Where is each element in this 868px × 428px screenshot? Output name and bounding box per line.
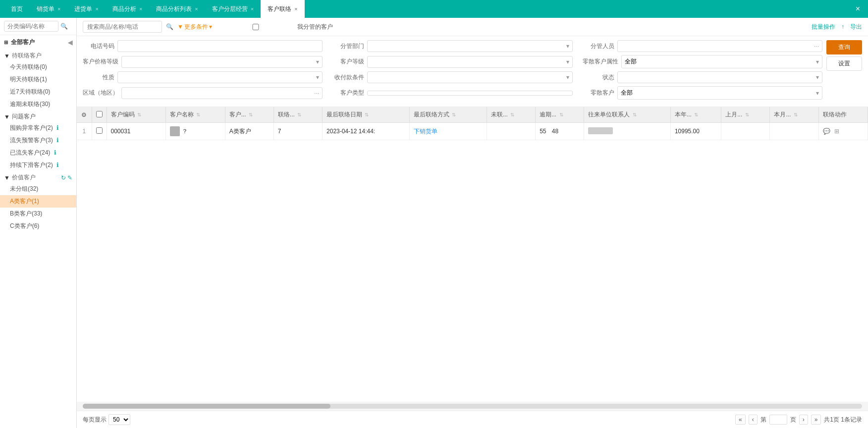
filter-select-payment[interactable]: ▾ (367, 71, 572, 83)
row-action-icons: 💬 ⊞ (823, 128, 864, 135)
col-contact: 联络... ⇅ (273, 107, 322, 123)
prev-page-btn[interactable]: ‹ (749, 415, 758, 425)
search-input[interactable] (83, 21, 162, 33)
last-method-link[interactable]: 下销货单 (414, 128, 437, 135)
query-button[interactable]: 查询 (826, 40, 862, 54)
sort-contact-icon[interactable]: ⇅ (297, 112, 301, 117)
sort-thisyear-icon[interactable]: ⇅ (694, 112, 698, 117)
close-tab-3-icon[interactable]: × (195, 6, 198, 12)
sidebar-item-7days[interactable]: 近7天待联络(0) (0, 86, 76, 98)
filter-field-person: 分管人员 ··· (583, 40, 822, 52)
sidebar-item-classB[interactable]: B类客户(33) (0, 208, 76, 220)
chat-icon[interactable]: 💬 (823, 128, 830, 135)
filter-input-phone[interactable] (117, 40, 323, 52)
horizontal-scrollbar[interactable] (83, 404, 862, 409)
close-tab-0-icon[interactable]: × (57, 6, 60, 12)
filter-select-sparseprop[interactable]: 全部 ▾ (621, 55, 822, 68)
col-checkbox (92, 107, 107, 123)
sidebar-item-lostwarning[interactable]: 流失预警客户(3) ℹ (0, 134, 76, 147)
sort-code-icon[interactable]: ⇅ (137, 112, 141, 117)
sidebar-value-label: ▼ 价值客户 ↻ ✎ (0, 171, 76, 183)
nav-tab-1[interactable]: 进货单 × (67, 0, 105, 18)
filter-select-customertype[interactable] (367, 91, 572, 96)
contacts-bar (588, 127, 613, 134)
nav-tab-4[interactable]: 客户分层经营 × (205, 0, 261, 18)
filter-select-dept[interactable]: ▾ (367, 40, 572, 52)
close-tab-2-icon[interactable]: × (139, 6, 142, 12)
export-btn[interactable]: 导出 (850, 23, 862, 31)
row-contactcount: 7 (273, 123, 322, 140)
filter-select-pricelevel[interactable]: ▾ (121, 56, 323, 68)
sort-overdue-icon[interactable]: ⇅ (559, 112, 563, 117)
sidebar-item-ungroup[interactable]: 未分组(32) (0, 183, 76, 195)
value-action-icons[interactable]: ↻ ✎ (61, 174, 72, 181)
col-thismonth: 本月... ⇅ (770, 107, 818, 123)
row-actions-cell: 💬 ⊞ (818, 123, 868, 140)
sort-lastmethod-icon[interactable]: ⇅ (452, 112, 456, 117)
close-tab-1-icon[interactable]: × (95, 6, 98, 12)
sidebar-item-hoarding[interactable]: 囤购异常客户(2) ℹ (0, 122, 76, 134)
sidebar-item-overdue[interactable]: 逾期未联络(30) (0, 98, 76, 110)
filter-select-customerlevel[interactable]: ▾ (367, 56, 572, 68)
my-customers-checkbox-label[interactable]: 我分管的客户 (216, 23, 333, 31)
sidebar-item-tomorrow[interactable]: 明天待联络(1) (0, 73, 76, 86)
nav-tab-5[interactable]: 客户联络 × (261, 0, 304, 18)
row-lastdate: 2023-04-12 14:44: (323, 123, 410, 140)
scrollbar-thumb[interactable] (83, 404, 330, 409)
chevron-nature-icon: ▾ (316, 74, 319, 81)
batch-op-btn[interactable]: 批量操作 (812, 23, 835, 31)
my-customers-checkbox[interactable] (216, 24, 295, 30)
sort-lastdate-icon[interactable]: ⇅ (365, 112, 369, 117)
sidebar-item-declining[interactable]: 持续下滑客户(2) ℹ (0, 159, 76, 171)
filter-select-status[interactable]: ▾ (617, 71, 822, 83)
sort-uncontacted-icon[interactable]: ⇅ (510, 112, 514, 117)
sidebar-item-today[interactable]: 今天待联络(0) (0, 61, 76, 73)
filter-select-person[interactable]: ··· (617, 40, 822, 52)
sidebar-search-area: 🔍 (0, 18, 76, 35)
sidebar-item-classA[interactable]: A类客户(1) (0, 195, 76, 208)
filter-label-sparse: 零散客户 (583, 89, 617, 97)
nav-tab-0[interactable]: 销货单 × (30, 0, 67, 18)
filter-field-phone: 电话号码 (83, 40, 323, 52)
info-icon-3: ℹ (56, 161, 59, 168)
close-tab-5-icon[interactable]: × (294, 6, 297, 12)
row-checkbox[interactable] (96, 127, 103, 134)
sort-lastmonth-icon[interactable]: ⇅ (745, 112, 749, 117)
more-conditions-btn[interactable]: ▼ 更多条件 ▾ (177, 23, 212, 31)
filter-field-customertype: 客户类型 (332, 89, 572, 97)
nav-tab-3[interactable]: 商品分析列表 × (149, 0, 205, 18)
qr-icon[interactable]: ⊞ (834, 128, 839, 135)
filter-field-sparseprop: 零散客户属性 全部 ▾ (583, 55, 822, 68)
perpage-select[interactable]: 50 (108, 414, 130, 425)
sidebar-search-icon[interactable]: 🔍 (60, 23, 68, 30)
page-number-input[interactable]: 1 (769, 415, 787, 425)
chevron-status-icon: ▾ (816, 74, 819, 81)
sidebar-all-customers[interactable]: ⊞ 全部客户 ◀ (0, 35, 76, 50)
first-page-btn[interactable]: « (735, 415, 746, 425)
sort-name-icon[interactable]: ⇅ (196, 112, 200, 117)
filter-select-nature[interactable]: ▾ (117, 71, 323, 83)
select-all-checkbox[interactable] (96, 111, 103, 117)
sort-thismonth-icon[interactable]: ⇅ (794, 112, 798, 117)
next-page-btn[interactable]: › (799, 415, 808, 425)
filter-label-status: 状态 (583, 73, 617, 82)
filter-search-icon[interactable]: 🔍 (166, 23, 173, 30)
sidebar-item-classC[interactable]: C类客户(6) (0, 220, 76, 232)
filter-field-payment: 收付款条件 ▾ (332, 71, 572, 83)
row-code: 000031 (107, 123, 166, 140)
last-page-btn[interactable]: » (811, 415, 821, 425)
collapse-icon[interactable]: ◀ (68, 39, 72, 46)
sidebar-search-input[interactable] (4, 21, 58, 32)
filter-select-sparse[interactable]: 全部 ▾ (617, 86, 822, 100)
col-gear[interactable]: ⚙ (77, 107, 92, 123)
nav-tab-2[interactable]: 商品分析 × (106, 0, 149, 18)
nav-home[interactable]: 首页 (4, 0, 30, 18)
sort-contacts-icon[interactable]: ⇅ (633, 112, 637, 117)
close-tab-4-icon[interactable]: × (251, 6, 254, 12)
close-all-btn[interactable]: × (852, 4, 864, 13)
arrow-down-icon-2: ▼ (4, 113, 10, 120)
sort-custtype-icon[interactable]: ⇅ (249, 112, 253, 117)
sidebar-item-lost[interactable]: 已流失客户(24) ℹ (0, 147, 76, 159)
filter-select-region[interactable]: ··· (121, 87, 323, 99)
settings-button[interactable]: 设置 (826, 56, 862, 71)
